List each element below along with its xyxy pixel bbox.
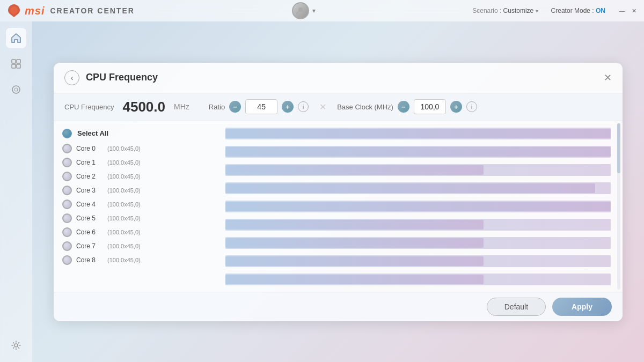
select-all-radio[interactable] [62,129,72,138]
ratio-info-button[interactable]: i [298,101,309,112]
core-name-6: Core 6 [76,228,103,236]
base-clock-info-button[interactable]: i [466,101,477,112]
dialog-close-button[interactable]: ✕ [604,72,612,84]
svg-rect-2 [17,60,20,63]
base-clock-plus-button[interactable]: + [450,101,462,113]
chart-row-4: 4500,0MHz [225,198,611,215]
core-radio-6[interactable] [62,227,72,237]
scrollbar-track[interactable] [617,123,620,290]
svg-point-7 [14,344,18,347]
core-params-6: (100,0x45,0) [107,229,141,235]
scrollbar-thumb [617,123,620,173]
select-all-label: Select All [77,129,108,137]
core-row-5: Core 5 (100,0x45,0) [62,211,217,225]
ratio-minus-button[interactable]: − [229,101,241,113]
separator-icon: ✕ [319,102,326,112]
creator-mode-label: Creator Mode : [551,7,594,14]
core-name-2: Core 2 [76,173,103,180]
chart-row-7: 3000,0MHz [225,253,611,269]
svg-point-5 [12,86,20,93]
bar-container-5: 3000,0MHz [225,219,611,231]
bar-container-2: 3000,0MHz [225,164,611,176]
core-row-7: Core 7 (100,0x45,0) [62,239,217,253]
dialog-footer: Default Apply [54,292,623,321]
core-radio-8[interactable] [62,255,72,265]
core-radio-7[interactable] [62,241,72,251]
core-radio-5[interactable] [62,213,72,223]
core-params-7: (100,0x45,0) [107,243,141,249]
sidebar [0,21,32,362]
chart-row-8: 3000,0MHz [225,271,611,287]
scenario-value: Customize [503,7,534,14]
cpu-freq-label: CPU Frequency [64,103,114,111]
bar-container-3: 4300,0MHz [225,182,611,194]
chart-row-1: 4500,0MHz [225,144,611,160]
titlebar: msi CREATOR CENTER ▾ Scenario : Customiz… [0,0,644,21]
bar-container-1: 4500,0MHz [225,146,611,158]
content-area: ‹ CPU Frequency ✕ CPU Frequency 4500.0 M… [32,21,644,362]
core-name-3: Core 3 [76,187,103,194]
chart-row-3: 4300,0MHz [225,180,611,196]
minimize-button[interactable]: — [618,7,626,14]
cpu-freq-unit: MHz [174,102,189,111]
bar-container-6: 3000,0MHz [225,237,611,249]
core-params-8: (100,0x45,0) [107,257,141,263]
ratio-plus-button[interactable]: + [282,101,294,113]
creator-mode-info: Creator Mode : ON [551,7,605,14]
apply-button[interactable]: Apply [552,298,612,316]
core-left-panel: Select All Core 0 (100,0x45,0) Core 1 (1… [54,121,225,292]
frequency-bar: CPU Frequency 4500.0 MHz Ratio − + i ✕ B… [54,93,623,121]
core-row-0: Core 0 (100,0x45,0) [62,142,217,156]
dialog: ‹ CPU Frequency ✕ CPU Frequency 4500.0 M… [54,63,623,321]
sidebar-item-circle[interactable] [6,79,26,100]
core-params-2: (100,0x45,0) [107,173,141,180]
core-list-area: Select All Core 0 (100,0x45,0) Core 1 (1… [54,121,623,292]
msi-brand-text: msi [25,5,45,17]
msi-dragon-icon [6,3,21,18]
core-radio-4[interactable] [62,200,72,209]
sidebar-item-home[interactable] [6,28,26,48]
main-layout: ‹ CPU Frequency ✕ CPU Frequency 4500.0 M… [0,21,644,362]
core-row-6: Core 6 (100,0x45,0) [62,225,217,239]
base-clock-minus-button[interactable]: − [398,101,409,113]
core-row-1: Core 1 (100,0x45,0) [62,156,217,169]
core-row-4: Core 4 (100,0x45,0) [62,197,217,211]
core-params-1: (100,0x45,0) [107,159,141,166]
default-button[interactable]: Default [487,298,546,316]
chevron-down-icon[interactable]: ▾ [312,7,316,14]
base-clock-input[interactable] [414,99,446,114]
back-button[interactable]: ‹ [64,70,79,85]
core-radio-0[interactable] [62,144,72,153]
avatar[interactable] [292,2,309,19]
core-params-5: (100,0x45,0) [107,215,141,221]
scenario-chevron-icon[interactable]: ▾ [536,8,538,14]
core-row-3: Core 3 (100,0x45,0) [62,183,217,197]
chart-row-2: 3000,0MHz [225,162,611,178]
ratio-section: Ratio − + i [209,99,309,114]
core-radio-1[interactable] [62,158,72,167]
core-radio-3[interactable] [62,186,72,195]
msi-logo: msi [6,3,45,18]
core-name-5: Core 5 [76,215,103,222]
sidebar-item-gear[interactable] [6,335,26,356]
base-clock-label: Base Clock (MHz) [337,103,393,111]
scenario-info: Scenario : Customize ▾ [472,7,538,14]
base-clock-section: Base Clock (MHz) − + i [337,99,477,114]
bar-container-8: 3000,0MHz [225,274,611,285]
svg-point-6 [14,88,18,91]
core-row-2: Core 2 (100,0x45,0) [62,169,217,183]
sidebar-item-grid[interactable] [6,54,26,74]
svg-rect-1 [12,60,16,63]
core-name-7: Core 7 [76,242,103,250]
core-radio-2[interactable] [62,172,72,181]
titlebar-right: Scenario : Customize ▾ Creator Mode : ON… [472,7,638,14]
close-button[interactable]: ✕ [630,7,638,14]
core-name-1: Core 1 [76,159,103,166]
ratio-input[interactable] [245,99,277,114]
svg-rect-4 [17,64,20,68]
bar-container-7: 3000,0MHz [225,255,611,267]
core-params-3: (100,0x45,0) [107,187,141,194]
chart-row-6: 3000,0MHz [225,235,611,251]
bar-container-0: 4500,0MHz [225,128,611,139]
cpu-freq-value: 4500.0 [122,99,165,115]
